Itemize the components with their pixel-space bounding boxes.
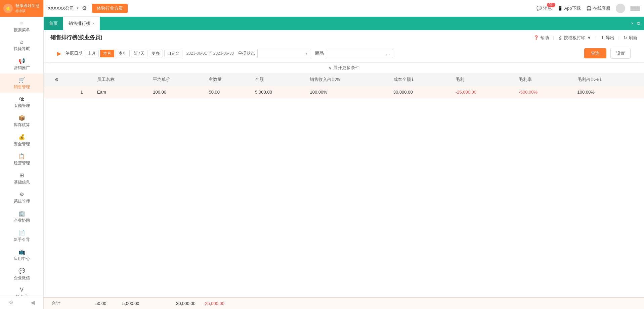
date-btn-more[interactable]: 更多 [149, 50, 163, 57]
sidebar-settings-icon[interactable]: ⚙ [9, 299, 13, 306]
sidebar: 🌟 畅康通好生意 标准版 ≡搜索菜单⌂快捷导航📢营销推广🛒销售管理🛍采购管理📦库… [0, 0, 44, 309]
filter-toggle-icon[interactable]: ▶ [57, 50, 61, 57]
user-name-text: ▓▓▓ [631, 6, 640, 11]
col-rank [70, 73, 93, 86]
footer-gross: -25,000.00 [200, 301, 228, 306]
search-orders-icon: ≡ [20, 20, 23, 26]
goods-filter-label: 商品 [315, 50, 324, 56]
footer-amount: 5,000.00 [118, 301, 145, 306]
refresh-btn[interactable]: ↻ 刷新 [624, 35, 637, 41]
date-btn-this-year[interactable]: 本年 [116, 50, 130, 57]
tab-sales-ranking[interactable]: 销售排行榜 × [63, 17, 100, 30]
quick-nav-icon: ⌂ [20, 39, 24, 45]
col-settings[interactable]: ⚙ [44, 73, 70, 86]
enterprise-wechat-icon: 💬 [18, 268, 25, 274]
topbar-settings-icon[interactable]: ⚙ [82, 5, 87, 11]
trial-btn[interactable]: 体验行业方案 [92, 4, 128, 13]
window-restore-icon[interactable]: ⧉ [637, 21, 640, 26]
sidebar-item-finance[interactable]: 💰资金管理 [0, 131, 43, 150]
enterprise-label: 企业协同 [14, 218, 30, 223]
print-btn[interactable]: 🖨 按模板打印 ▼ [558, 35, 591, 41]
expand-more-conditions[interactable]: ∨ 展开更多条件 [44, 63, 644, 73]
date-filter-group: 单据日期 上月 本月 本年 近7天 更多 自定义 [65, 50, 182, 57]
sidebar-logo: 🌟 畅康通好生意 标准版 [0, 0, 43, 17]
help-btn[interactable]: ❓ 帮助 [533, 35, 549, 41]
sidebar-item-membership[interactable]: V畅会员 [0, 284, 43, 296]
marketing-label: 营销推广 [14, 65, 30, 71]
footer-cost: 30,000.00 [172, 301, 200, 306]
inventory-icon: 📦 [18, 115, 25, 121]
sidebar-item-marketing[interactable]: 📢营销推广 [0, 54, 43, 73]
enterprise-icon: 🏢 [18, 210, 25, 217]
refresh-icon: ↻ [624, 35, 627, 40]
sidebar-item-search-orders[interactable]: ≡搜索菜单 [0, 17, 43, 36]
window-close-icon[interactable]: × [631, 21, 634, 26]
expand-more-label: 展开更多条件 [333, 65, 359, 71]
app-download-label: App下载 [564, 5, 581, 11]
export-icon: ⬆ [601, 35, 604, 40]
date-btn-custom[interactable]: 自定义 [164, 50, 182, 57]
guide-label: 新手引导 [14, 237, 30, 243]
system-label: 系统管理 [14, 199, 30, 204]
app-download-btn[interactable]: 📱 App下载 [557, 5, 581, 11]
sidebar-item-sales-mgmt[interactable]: 🛒销售管理 [0, 73, 43, 93]
sidebar-item-quick-nav[interactable]: ⌂快捷导航 [0, 36, 43, 54]
user-avatar[interactable] [616, 4, 625, 13]
quick-nav-label: 快捷导航 [14, 46, 30, 52]
sidebar-item-enterprise[interactable]: 🏢企业协同 [0, 207, 43, 226]
message-icon: 💬 [536, 6, 542, 11]
operations-icon: 📋 [18, 153, 25, 159]
online-service-btn[interactable]: 🎧 在线客服 [586, 5, 610, 11]
goods-more-icon: … [386, 51, 390, 56]
sidebar-item-system[interactable]: ⚙系统管理 [0, 188, 43, 207]
status-filter-label: 单据状态 [238, 50, 255, 56]
sidebar-item-inventory[interactable]: 📦库存核算 [0, 111, 43, 131]
col-avg-price: 平均单价 [149, 73, 205, 86]
sales-mgmt-icon: 🛒 [18, 77, 25, 83]
sidebar-item-guide[interactable]: 📄新手引导 [0, 226, 43, 245]
footer-label: 合计 [48, 300, 65, 306]
basics-icon: ⊞ [19, 172, 24, 178]
table-header-row: ⚙ 员工名称 平均单价 主数量 全额 销售收入占比% 成本全额 ℹ 毛利 毛利率… [44, 73, 644, 86]
finance-label: 资金管理 [14, 141, 30, 147]
status-select[interactable]: ▼ [257, 49, 311, 58]
svg-text:🌟: 🌟 [5, 6, 11, 11]
logo-icon: 🌟 [3, 3, 13, 14]
date-btn-last-month[interactable]: 上月 [85, 50, 99, 57]
purchase-mgmt-label: 采购管理 [14, 103, 30, 109]
topbar-actions: 💬 消息 99+ 📱 App下载 🎧 在线客服 ▓▓▓ [536, 4, 640, 13]
sidebar-item-enterprise-wechat[interactable]: 💬企业微信 [0, 264, 43, 284]
system-icon: ⚙ [19, 191, 24, 198]
query-btn[interactable]: 查询 [584, 48, 606, 58]
sidebar-item-app-center[interactable]: 📺应用中心 [0, 245, 43, 264]
inventory-label: 库存核算 [14, 122, 30, 128]
tab-home[interactable]: 首页 [44, 17, 63, 30]
user-name[interactable]: ▓▓▓ [631, 6, 640, 11]
basics-label: 基础信息 [14, 179, 30, 185]
company-selector[interactable]: XXXXXX公司 ▼ [48, 5, 79, 11]
export-btn[interactable]: ⬆ 导出 [601, 35, 614, 41]
sidebar-bottom: ⚙ ◀ [0, 296, 43, 309]
sidebar-item-basics[interactable]: ⊞基础信息 [0, 169, 43, 188]
expand-more-arrow: ∨ [329, 65, 332, 70]
membership-icon: V [20, 287, 24, 293]
tab-close-icon[interactable]: × [92, 21, 94, 25]
settings-btn[interactable]: 设置 [610, 48, 631, 59]
goods-input[interactable]: … [326, 49, 393, 58]
col-amount: 全额 [251, 73, 306, 86]
sales-mgmt-label: 销售管理 [14, 84, 30, 90]
sidebar-item-operations[interactable]: 📋经营管理 [0, 150, 43, 169]
date-btn-this-month[interactable]: 本月 [100, 50, 114, 57]
sidebar-item-purchase-mgmt[interactable]: 🛍采购管理 [0, 93, 43, 111]
footer-qty-val: 50.00 [91, 301, 118, 306]
headset-icon: 🎧 [586, 6, 592, 11]
company-dropdown-arrow: ▼ [76, 6, 79, 10]
message-btn[interactable]: 💬 消息 99+ [536, 5, 552, 11]
page-actions: ❓ 帮助 | 🖨 按模板打印 ▼ | ⬆ 导出 | [533, 35, 637, 41]
date-btn-7days[interactable]: 近7天 [131, 50, 147, 57]
sidebar-collapse-icon[interactable]: ◀ [31, 299, 35, 306]
table-row: 1Eam100.0050.005,000.00100.00%30,000.00-… [44, 86, 644, 98]
topbar: XXXXXX公司 ▼ ⚙ 体验行业方案 💬 消息 99+ 📱 App下载 🎧 在… [44, 0, 644, 17]
app-download-icon: 📱 [557, 6, 563, 11]
sales-ranking-table: ⚙ 员工名称 平均单价 主数量 全额 销售收入占比% 成本全额 ℹ 毛利 毛利率… [44, 73, 644, 98]
